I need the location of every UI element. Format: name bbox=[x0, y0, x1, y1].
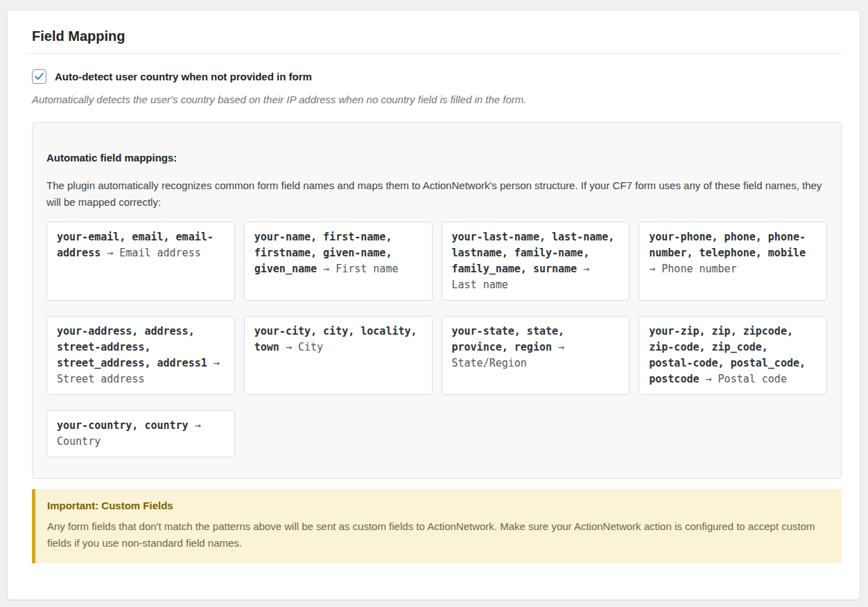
mappings-grid: your-email, email, email-address → Email… bbox=[46, 222, 827, 457]
mappings-intro: The plugin automatically recognizes comm… bbox=[46, 177, 827, 211]
mapping-source-fields: your-last-name, last-name, lastname, fam… bbox=[452, 231, 615, 275]
mapping-card-last-name: your-last-name, last-name, lastname, fam… bbox=[442, 222, 630, 301]
mapping-source-fields: your-phone, phone, phone-number, telepho… bbox=[649, 231, 806, 259]
autodetect-country-label[interactable]: Auto-detect user country when not provid… bbox=[55, 71, 312, 82]
mapping-card-country: your-country, country → Country bbox=[46, 410, 235, 457]
mapping-card-first-name: your-name, first-name, firstname, given-… bbox=[244, 222, 433, 301]
mapping-card-phone: your-phone, phone, phone-number, telepho… bbox=[639, 222, 827, 301]
mapping-source-fields: your-state, state, province, region bbox=[452, 325, 565, 353]
mapping-target: Street address bbox=[57, 373, 144, 385]
mapping-source-fields: your-country, country bbox=[57, 419, 189, 432]
autodetect-description: Automatically detects the user's country… bbox=[32, 94, 842, 105]
arrow-right-icon: → bbox=[558, 341, 564, 353]
checkmark-icon bbox=[34, 71, 44, 82]
mapping-target: Postal code bbox=[718, 373, 787, 385]
arrow-right-icon: → bbox=[706, 373, 712, 385]
mapping-target: Last name bbox=[452, 279, 508, 291]
mapping-target: Email address bbox=[119, 247, 200, 259]
arrow-right-icon: → bbox=[107, 247, 113, 259]
autodetect-country-checkbox[interactable] bbox=[32, 69, 46, 84]
mappings-heading: Automatic field mappings: bbox=[46, 152, 827, 164]
mapping-target: First name bbox=[336, 263, 398, 275]
mapping-source-fields: your-city, city, locality, town bbox=[254, 325, 417, 353]
automatic-mappings-box: Automatic field mappings: The plugin aut… bbox=[32, 122, 842, 479]
mapping-target: State/Region bbox=[452, 357, 527, 369]
arrow-right-icon: → bbox=[583, 263, 589, 275]
arrow-right-icon: → bbox=[286, 341, 292, 353]
mapping-card-email: your-email, email, email-address → Email… bbox=[46, 222, 235, 301]
mapping-card-city: your-city, city, locality, town → City bbox=[244, 316, 433, 395]
mapping-target: Phone number bbox=[661, 263, 736, 275]
mapping-card-street-address: your-address, address, street-address, s… bbox=[46, 316, 235, 395]
notice-body: Any form fields that don't match the pat… bbox=[47, 518, 829, 552]
notice-title: Important: Custom Fields bbox=[47, 500, 829, 511]
arrow-right-icon: → bbox=[195, 419, 201, 432]
arrow-right-icon: → bbox=[323, 263, 329, 275]
admin-page: Field Mapping Auto-detect user country w… bbox=[0, 0, 868, 607]
custom-fields-notice: Important: Custom Fields Any form fields… bbox=[32, 489, 842, 563]
arrow-right-icon: → bbox=[649, 263, 655, 275]
arrow-right-icon: → bbox=[214, 357, 220, 369]
mapping-source-fields: your-address, address, street-address, s… bbox=[57, 325, 207, 369]
mapping-target: City bbox=[298, 341, 323, 353]
field-mapping-panel: Field Mapping Auto-detect user country w… bbox=[7, 10, 860, 600]
mapping-card-postal-code: your-zip, zip, zipcode, zip-code, zip_co… bbox=[639, 316, 827, 395]
mapping-target: Country bbox=[57, 435, 101, 448]
autodetect-country-setting: Auto-detect user country when not provid… bbox=[32, 69, 842, 84]
mapping-card-state-region: your-state, state, province, region → St… bbox=[442, 316, 630, 395]
page-title: Field Mapping bbox=[26, 28, 842, 54]
